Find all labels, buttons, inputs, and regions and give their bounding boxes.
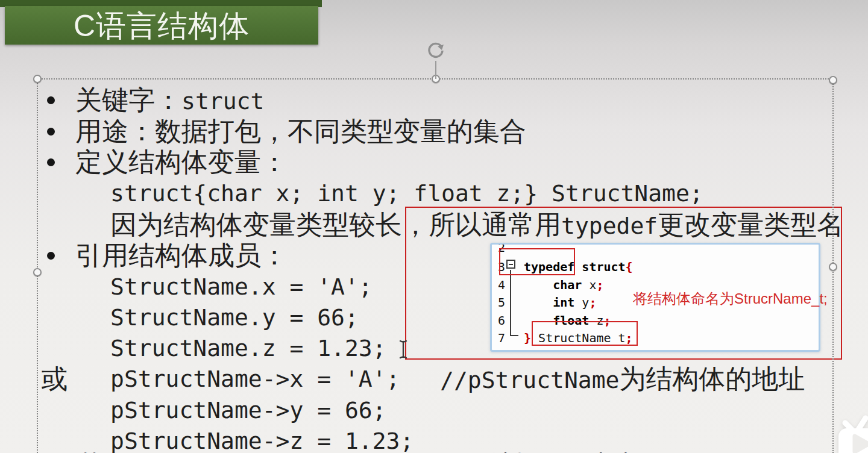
- rotate-handle-icon[interactable]: [425, 40, 447, 61]
- line-code: StructName.y = 66;: [110, 304, 359, 331]
- code-line-struct-def: struct{char x; int y; float z;} StructNa…: [110, 178, 703, 209]
- title-banner: C语言结构体: [5, 6, 318, 45]
- code-line-pointer-y: pStructName->y = 66;: [110, 395, 386, 426]
- selection-border-left[interactable]: [37, 78, 38, 453]
- fold-scope-corner: [510, 335, 518, 336]
- line-code: pStructName->x = 'A';: [110, 363, 400, 395]
- line-code: struct: [181, 88, 264, 114]
- red-highlight-structname-t: [532, 321, 638, 346]
- red-annotation-text: 将结构体命名为StrucrName_t;: [633, 289, 828, 308]
- line-text: 定义结构体变量：: [75, 147, 288, 177]
- editor-row: 8: [492, 347, 819, 352]
- bullet-line-keyword: 关键字：struct: [75, 84, 264, 116]
- line-number: 8: [498, 347, 505, 352]
- line-text: 用途：数据打包，不同类型变量的集合: [75, 116, 526, 146]
- clipped-bottom-line: 其中pStructName = &StructName; //取结构体的地址: [78, 448, 634, 453]
- bullet-dot: [47, 252, 55, 260]
- code-line-member-y: StructName.y = 66;: [110, 302, 359, 333]
- line-code: pStructName->y = 66;: [110, 397, 386, 423]
- bullet-line-members: 引用结构体成员：: [75, 240, 288, 271]
- code-line-member-x: StructName.x = 'A';: [110, 271, 373, 302]
- text-cursor-icon: [398, 340, 409, 359]
- line-number: 6: [498, 312, 505, 330]
- rotate-handle-stem: [435, 61, 436, 79]
- line-code: struct{char x; int y; float z;} StructNa…: [110, 180, 703, 207]
- line-text: 关键字：: [75, 85, 181, 114]
- code-text: int y;: [524, 294, 596, 311]
- code-comment: //pStructName为结构体的地址: [440, 363, 805, 401]
- code-text: char x;: [524, 276, 603, 294]
- bullet-dot: [47, 128, 55, 136]
- slide-editing-canvas: { "title": { "text": "C语言结构体" }, "slide"…: [0, 0, 868, 453]
- red-highlight-typedef: [499, 248, 575, 275]
- resize-handle-middle-left[interactable]: [33, 268, 42, 276]
- bullet-line-usage: 用途：数据打包，不同类型变量的集合: [75, 116, 526, 147]
- bullet-line-define: 定义结构体变量：: [75, 146, 288, 178]
- bilibili-tv-logo-icon: [835, 413, 868, 453]
- line-number: 7: [498, 330, 505, 347]
- line-number: 4: [498, 276, 505, 294]
- bullet-dot: [47, 96, 55, 104]
- line-number: 5: [498, 294, 505, 311]
- bullet-dot: [47, 158, 55, 166]
- code-line-pointer-x: 或 pStructName->x = 'A'; //pStructName为结构…: [41, 363, 68, 395]
- line-code: StructName.x = 'A';: [110, 273, 373, 300]
- code-line-member-z: StructName.z = 1.23;: [110, 333, 386, 364]
- page-title: C语言结构体: [5, 6, 318, 45]
- line-text: 引用结构体成员：: [75, 240, 288, 270]
- resize-handle-top-right[interactable]: [829, 76, 837, 84]
- fold-scope-line: [510, 270, 511, 336]
- resize-handle-middle-right[interactable]: [829, 263, 837, 271]
- or-label: 或: [41, 364, 68, 393]
- line-code: StructName.z = 1.23;: [110, 335, 386, 361]
- resize-handle-top-left[interactable]: [33, 75, 42, 83]
